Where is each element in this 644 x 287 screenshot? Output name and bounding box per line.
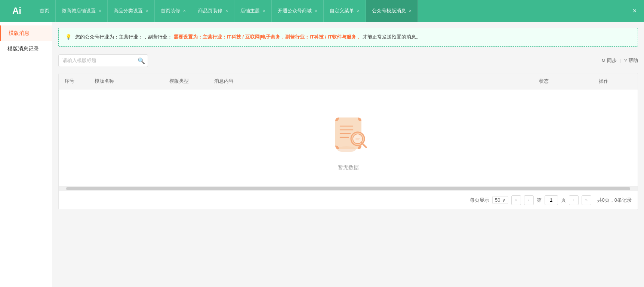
tab-close-open-mall[interactable]: × — [315, 8, 317, 13]
page-size-label: 每页显示 — [470, 197, 489, 204]
th-seq: 序号 — [59, 73, 89, 89]
next-page-button[interactable]: › — [569, 195, 579, 205]
tab-close-store-settings[interactable]: × — [99, 8, 101, 13]
toolbar-right: ↻ 同步 | ? 帮助 — [601, 57, 638, 64]
svg-line-8 — [361, 143, 366, 147]
th-status: 状态 — [533, 73, 593, 89]
empty-state: 暂无数据 — [59, 89, 638, 186]
prev-page-button[interactable]: ‹ — [524, 195, 534, 205]
notice-highlight: 需要设置为：主营行业：IT科技 / 互联网|电子商务，副营行业：IT科技 / I… — [173, 34, 361, 40]
notice-suffix: 才能正常发送预置的消息。 — [363, 34, 421, 40]
tab-close-store-theme[interactable]: × — [263, 8, 265, 13]
table-header: 序号模版名称模版类型消息内容状态操作 — [59, 73, 638, 89]
top-nav: Ai 首页微商城店铺设置×商品分类设置×首页装修×商品页装修×店铺主题×开通公众… — [0, 0, 644, 22]
tab-open-mall[interactable]: 开通公众号商城× — [272, 0, 324, 22]
search-bar: 🔍 ↻ 同步 | ? 帮助 — [58, 54, 638, 67]
close-all-button[interactable]: × — [625, 0, 644, 22]
th-type: 模版类型 — [163, 73, 208, 89]
chevron-down-icon: ∨ — [502, 197, 506, 203]
search-button[interactable]: 🔍 — [138, 57, 145, 64]
tab-product-category[interactable]: 商品分类设置× — [108, 0, 155, 22]
tab-list: 首页微商城店铺设置×商品分类设置×首页装修×商品页装修×店铺主题×开通公众号商城… — [34, 0, 625, 22]
logo: Ai — [0, 0, 34, 22]
data-table: 序号模版名称模版类型消息内容状态操作 — [58, 73, 638, 210]
scrollbar-thumb[interactable] — [66, 187, 630, 190]
page-number-input[interactable] — [545, 195, 558, 205]
help-icon: ? — [624, 58, 627, 63]
page-size-select[interactable]: 50 ∨ — [492, 196, 508, 204]
content-area: 💡 您的公众号行业为：主营行业：，副营行业： 需要设置为：主营行业：IT科技 /… — [52, 22, 644, 287]
tab-home-decor[interactable]: 首页装修× — [155, 0, 192, 22]
page-total: 共0页，0条记录 — [597, 197, 632, 204]
empty-text: 暂无数据 — [338, 164, 359, 171]
tab-home[interactable]: 首页 — [34, 0, 56, 22]
th-action: 操作 — [593, 73, 638, 89]
sync-button[interactable]: ↻ 同步 — [601, 57, 617, 64]
page-unit: 页 — [561, 197, 566, 204]
tab-close-home-decor[interactable]: × — [183, 8, 186, 13]
horizontal-scrollbar[interactable] — [59, 186, 638, 190]
tab-custom-menu[interactable]: 自定义菜单× — [324, 0, 366, 22]
sidebar-item-template-msg-log[interactable]: 模版消息记录 — [0, 41, 52, 57]
empty-illustration — [326, 112, 371, 157]
page-size-value: 50 — [495, 197, 500, 203]
search-input[interactable] — [58, 54, 148, 67]
pagination: 每页显示 50 ∨ « ‹ 第 页 › » 共0页，0条记录 — [59, 190, 638, 210]
tab-product-decor[interactable]: 商品页装修× — [192, 0, 234, 22]
tab-template-msg[interactable]: 公众号模版消息× — [366, 0, 418, 22]
sync-label: 同步 — [607, 57, 617, 64]
tab-store-theme[interactable]: 店铺主题× — [234, 0, 272, 22]
th-content: 消息内容 — [208, 73, 533, 89]
tab-store-settings[interactable]: 微商城店铺设置× — [56, 0, 108, 22]
help-label: 帮助 — [628, 57, 638, 64]
last-page-button[interactable]: » — [582, 195, 591, 205]
sidebar: 模版消息模版消息记录 — [0, 22, 52, 287]
toolbar-divider: | — [620, 58, 621, 63]
notice-prefix: 您的公众号行业为：主营行业：，副营行业： — [75, 34, 172, 40]
search-input-wrap: 🔍 — [58, 54, 148, 67]
help-button[interactable]: ? 帮助 — [624, 57, 638, 64]
tab-close-template-msg[interactable]: × — [409, 8, 412, 13]
main-layout: 模版消息模版消息记录 💡 您的公众号行业为：主营行业：，副营行业： 需要设置为：… — [0, 22, 644, 287]
th-name: 模版名称 — [89, 73, 163, 89]
notice-box: 💡 您的公众号行业为：主营行业：，副营行业： 需要设置为：主营行业：IT科技 /… — [58, 28, 638, 47]
sidebar-item-template-msg[interactable]: 模版消息 — [0, 25, 52, 41]
page-word: 第 — [537, 197, 542, 204]
tab-close-custom-menu[interactable]: × — [357, 8, 360, 13]
sync-icon: ↻ — [601, 58, 606, 63]
first-page-button[interactable]: « — [511, 195, 521, 205]
lightbulb-icon: 💡 — [65, 34, 71, 40]
tab-close-product-category[interactable]: × — [146, 8, 148, 13]
tab-close-product-decor[interactable]: × — [225, 8, 228, 13]
